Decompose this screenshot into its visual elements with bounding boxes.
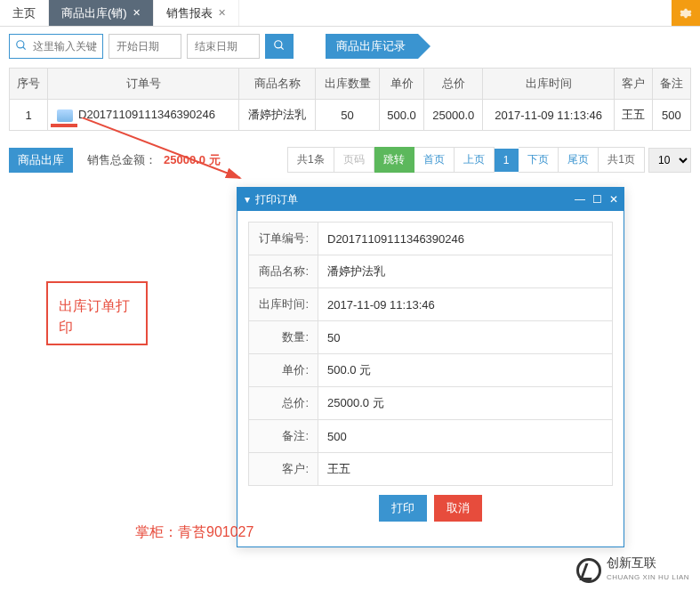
pg-total: 共1条 (287, 147, 334, 173)
tab-home[interactable]: 主页 (0, 0, 49, 26)
th-order: 订单号 (48, 69, 239, 100)
detail-row: 单价:500.0 元 (249, 354, 613, 387)
pg-last-button[interactable]: 尾页 (559, 147, 599, 173)
dialog-controls: — ☐ ✕ (575, 193, 618, 206)
annotation-box: 出库订单打印 (46, 281, 148, 345)
detail-value: 500.0 元 (318, 354, 613, 387)
search-icon (10, 39, 33, 54)
detail-value: 50 (318, 321, 613, 354)
tab-outbound-label: 商品出库(销) (61, 5, 127, 21)
detail-label: 订单编号: (249, 223, 318, 255)
outbound-button[interactable]: 商品出库 (9, 148, 73, 173)
cell-time: 2017-11-09 11:13:46 (483, 100, 615, 131)
close-icon[interactable]: ✕ (609, 193, 618, 206)
pg-pageno: 页码 (334, 147, 374, 173)
start-date-input[interactable] (109, 34, 181, 59)
detail-label: 商品名称: (249, 255, 318, 288)
cell-total: 25000.0 (424, 100, 483, 131)
pg-next-button[interactable]: 下页 (519, 147, 559, 173)
dialog-footer: 打印 取消 (248, 486, 613, 536)
detail-value: 500 (318, 420, 613, 453)
dialog-header[interactable]: ▾ 打印订单 — ☐ ✕ (237, 188, 624, 211)
end-date-input[interactable] (187, 34, 260, 59)
svg-point-0 (17, 40, 24, 47)
search-input[interactable] (33, 35, 102, 58)
maximize-icon[interactable]: ☐ (592, 193, 602, 206)
detail-label: 单价: (249, 354, 318, 387)
brand-name: 创新互联 (607, 556, 689, 569)
detail-value: 潘婷护法乳 (318, 255, 613, 288)
brand-text: 创新互联 CHUANG XIN HU LIAN (607, 556, 689, 584)
dialog-body: 订单编号:D20171109111346390246 商品名称:潘婷护法乳 出库… (237, 211, 624, 546)
tab-report[interactable]: 销售报表✕ (154, 0, 239, 26)
minimize-icon[interactable]: — (575, 193, 585, 206)
detail-row: 总价:25000.0 元 (249, 387, 613, 420)
print-button[interactable]: 打印 (379, 495, 427, 522)
detail-label: 客户: (249, 453, 318, 486)
svg-line-3 (281, 46, 284, 49)
cell-price: 500.0 (379, 100, 423, 131)
total-value: 25000.0 元 (164, 152, 221, 168)
detail-row: 商品名称:潘婷护法乳 (249, 255, 613, 288)
detail-value: 王五 (318, 453, 613, 486)
print-dialog: ▾ 打印订单 — ☐ ✕ 订单编号:D20171109111346390246 … (237, 187, 624, 547)
th-name: 商品名称 (239, 69, 316, 100)
close-icon[interactable]: ✕ (218, 7, 226, 19)
gear-icon (680, 7, 692, 20)
dialog-title: 打印订单 (255, 192, 298, 207)
pg-current[interactable]: 1 (495, 149, 519, 172)
th-qty: 出库数量 (316, 69, 380, 100)
action-bar: 商品出库 销售总金额： 25000.0 元 共1条 页码 跳转 首页 上页 1 … (0, 131, 700, 173)
detail-value: 25000.0 元 (318, 387, 613, 420)
tab-home-label: 主页 (12, 5, 36, 21)
th-note: 备注 (652, 69, 690, 100)
breadcrumb-ribbon: 商品出库记录 (326, 34, 418, 59)
detail-label: 数量: (249, 321, 318, 354)
detail-row: 客户:王五 (249, 453, 613, 486)
collapse-icon[interactable]: ▾ (245, 193, 250, 206)
svg-line-1 (23, 46, 26, 49)
th-time: 出库时间 (483, 69, 615, 100)
search-button[interactable] (265, 34, 294, 59)
cancel-button[interactable]: 取消 (434, 495, 482, 522)
cell-order: D20171109111346390246 (48, 100, 239, 131)
cell-seq: 1 (10, 100, 48, 131)
pg-prev-button[interactable]: 上页 (455, 147, 495, 173)
printer-icon[interactable] (57, 109, 73, 122)
th-total: 总价 (424, 69, 483, 100)
author-label: 掌柜：青苔901027 (135, 523, 253, 542)
pg-size-select[interactable]: 10 (648, 148, 691, 173)
th-seq: 序号 (10, 69, 48, 100)
detail-row: 数量:50 (249, 321, 613, 354)
toolbar: 商品出库记录 (0, 27, 700, 62)
detail-row: 订单编号:D20171109111346390246 (249, 223, 613, 255)
settings-button[interactable] (672, 0, 700, 26)
tab-bar: 主页 商品出库(销)✕ 销售报表✕ (0, 0, 700, 27)
detail-value: D20171109111346390246 (318, 223, 613, 255)
tab-report-label: 销售报表 (166, 5, 213, 21)
table-header-row: 序号 订单号 商品名称 出库数量 单价 总价 出库时间 客户 备注 (10, 69, 691, 100)
detail-table: 订单编号:D20171109111346390246 商品名称:潘婷护法乳 出库… (248, 222, 613, 486)
close-icon[interactable]: ✕ (133, 7, 141, 19)
detail-row: 备注:500 (249, 420, 613, 453)
brand-mark-icon (576, 558, 601, 583)
detail-label: 出库时间: (249, 288, 318, 321)
th-cust: 客户 (614, 69, 652, 100)
pg-jump-button[interactable]: 跳转 (374, 147, 414, 173)
th-price: 单价 (379, 69, 423, 100)
pg-first-button[interactable]: 首页 (414, 147, 455, 173)
pagination: 共1条 页码 跳转 首页 上页 1 下页 尾页 共1页 10 (287, 147, 691, 173)
cell-note: 500 (652, 100, 690, 131)
cell-qty: 50 (316, 100, 380, 131)
brand-logo: 创新互联 CHUANG XIN HU LIAN (576, 556, 689, 584)
total-label: 销售总金额： (87, 152, 157, 168)
detail-label: 总价: (249, 387, 318, 420)
annotation-text: 出库订单打印 (59, 298, 130, 335)
cell-name: 潘婷护法乳 (239, 100, 316, 131)
svg-point-2 (275, 40, 282, 47)
search-icon (273, 39, 286, 52)
tab-outbound[interactable]: 商品出库(销)✕ (49, 0, 154, 26)
table-row[interactable]: 1 D20171109111346390246 潘婷护法乳 50 500.0 2… (10, 100, 691, 131)
detail-label: 备注: (249, 420, 318, 453)
search-input-wrap (9, 34, 103, 59)
